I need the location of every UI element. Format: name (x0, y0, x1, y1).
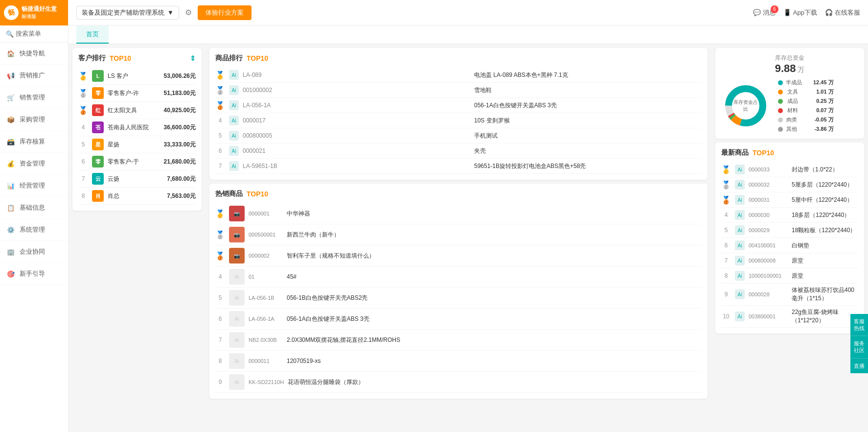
scroll-icon[interactable]: ⇕ (190, 54, 196, 62)
medal-icon: 🥇 (78, 72, 88, 81)
legend-value: 12.45 万 (813, 79, 834, 86)
sidebar-item-finance[interactable]: 💰 资金管理 (0, 153, 68, 175)
product-icon: Ai (229, 85, 239, 95)
customer-rank-row: 8 肖 肖总 7,563.00元 (78, 188, 196, 205)
customer-ranking-label: 客户排行 (78, 54, 106, 63)
latest-product-name: 18颗粒板（1220*2440） (792, 226, 858, 235)
rank-number: 5 (78, 141, 88, 148)
product-icon: Ai (735, 240, 745, 250)
rank-number: 7 (215, 163, 225, 169)
sidebar-item-enterprise[interactable]: 🏢 企业协同 (0, 241, 68, 263)
main-area: 装备及固定资产辅助管理系统 ▼ ⚙ 体验行业方案 💬 消息 6 📱 App下载 … (69, 0, 868, 432)
medal-icon: 🥇 (215, 71, 225, 80)
rank-number: 9 (215, 379, 225, 385)
customer-badge: 零 (92, 87, 104, 99)
product-icon: Ai (735, 289, 745, 299)
sidebar-item-sales[interactable]: 🛒 销售管理 (0, 87, 68, 109)
customer-rank-row: 4 苍 苍南县人民医院 36,600.00元 (78, 119, 196, 136)
product-icon: Ai (735, 256, 745, 265)
hot-product-name: 056-1B白色按键开关壳ABS2壳 (287, 294, 702, 302)
messages-badge: 6 (771, 5, 778, 13)
customer-value: 7,680.00元 (167, 175, 196, 183)
hot-product-row: 🥉 📷 0000002 智利车子里（规格不知道填什么） (215, 245, 702, 266)
sidebar-item-system[interactable]: ⚙️ 系统管理 (0, 219, 68, 241)
legend-item: 材料 0.07 万 (778, 107, 834, 114)
sidebar-item-guide[interactable]: 🎯 新手引导 (0, 263, 68, 285)
rank-number: 4 (721, 212, 731, 218)
product-image: 📷 (229, 206, 245, 221)
product-name: 056-1A白色按键开关盖ABS 3壳 (474, 101, 702, 110)
customer-rank-row: 🥉 红 红太阳文具 40,925.00元 (78, 102, 196, 119)
search-icon: 🔍 (6, 30, 14, 38)
latest-product-name: 原堂 (792, 272, 858, 280)
settings-icon[interactable]: ⚙ (185, 8, 192, 17)
page-tabs: 首页 (69, 25, 868, 44)
online-service-label: 在线客服 (835, 8, 860, 17)
sidebar-item-inventory[interactable]: 🗃️ 库存核算 (0, 131, 68, 153)
customer-name: LS 客户 (108, 72, 160, 80)
latest-product-name: 18多层（1220*2440） (792, 211, 858, 219)
customer-value: 21,680.00元 (164, 158, 196, 166)
rank-number: 6 (78, 158, 88, 165)
product-name: 10S 变刹罗猴 (474, 117, 702, 125)
product-icon: Ai (229, 131, 239, 141)
search-menu[interactable]: 🔍 搜索菜单 (0, 25, 68, 43)
latest-product-row: 🥈 Ai 0000032 5厘多层（1220*2440） (721, 177, 858, 192)
product-icon: Ai (735, 271, 745, 281)
product-icon: Ai (229, 116, 239, 125)
hot-product-code: 0000002 (249, 253, 283, 259)
legend-dot (778, 118, 783, 122)
latest-product-name: 5厘中纤（1220*2440） (792, 196, 858, 204)
product-rank-row: 4 Ai 0000017 10S 变刹罗猴 (215, 113, 702, 128)
megaphone-icon: 📢 (6, 71, 16, 80)
latest-product-code: 003800001 (749, 313, 788, 319)
customer-rank-row: 5 星 星扬 33,333.00元 (78, 136, 196, 153)
tab-home[interactable]: 首页 (76, 26, 109, 44)
customer-rank-row: 6 零 零售客户-于 21,680.00元 (78, 153, 196, 170)
sidebar-item-label: 企业协同 (20, 247, 45, 256)
rank-number: 4 (215, 273, 225, 280)
customer-ranking-title: 客户排行 TOP10 ⇕ (78, 54, 196, 63)
app-download-button[interactable]: 📱 App下载 (783, 8, 817, 17)
customer-badge: 星 (92, 139, 104, 150)
hot-product-name: 新西兰牛肉（新牛） (287, 231, 702, 239)
home-icon: 🏠 (6, 48, 16, 58)
sidebar-item-purchase[interactable]: 📦 采购管理 (0, 109, 68, 131)
sidebar-item-marketing[interactable]: 📢 营销推广 (0, 65, 68, 87)
gear-icon: ⚙️ (6, 225, 16, 235)
customer-value: 51,183.00元 (164, 89, 196, 97)
customer-ranking-list: 🥇 L LS 客户 53,006.26元 🥈 零 零售客户-许 51,183.0… (78, 68, 196, 205)
product-icon: Ai (735, 312, 745, 321)
rank-number: 7 (215, 336, 225, 343)
online-service-button[interactable]: 🎧 在线客服 (825, 8, 860, 17)
messages-button[interactable]: 💬 消息 6 (753, 8, 776, 17)
live-stream-button[interactable]: 直播 (850, 359, 868, 373)
product-code: LA-59651-1B (243, 163, 470, 169)
search-label: 搜索菜单 (16, 29, 41, 38)
legend-dot (778, 127, 783, 132)
system-select[interactable]: 装备及固定资产辅助管理系统 ▼ (76, 6, 179, 20)
sidebar-item-operation[interactable]: 📊 经营管理 (0, 175, 68, 197)
sidebar-item-quick-nav[interactable]: 🏠 快捷导航 (0, 43, 68, 65)
customer-service-button[interactable]: 客服热线 (850, 314, 868, 336)
hot-product-row: 🥈 📷 000500001 新西兰牛肉（新牛） (215, 224, 702, 245)
product-rank-row: 7 Ai LA-59651-1B 59651-1B旋转投影灯电池盒ABS黑色+5… (215, 159, 702, 174)
middle-panel: 商品排行 TOP10 🥇 Ai LA-089 电池盖 LA-089 ABS本色+… (206, 44, 711, 432)
hot-product-code: 0000011 (249, 358, 283, 364)
inventory-total: 库存总资金 9.88 万 (721, 54, 858, 75)
customer-name: 红太阳文具 (108, 106, 160, 115)
sidebar-item-label: 库存核算 (20, 137, 45, 146)
hot-product-code: 000500001 (249, 232, 283, 238)
hot-product-name: 12070519-xs (287, 358, 702, 364)
rank-number: 8 (78, 192, 88, 199)
experience-button[interactable]: 体验行业方案 (198, 5, 251, 20)
service-community-button[interactable]: 服务社区 (850, 336, 868, 359)
content-area: 客户排行 TOP10 ⇕ 🥇 L LS 客户 53,006.26元 🥈 零 零售… (69, 44, 868, 432)
sidebar-item-basic-info[interactable]: 📋 基础信息 (0, 197, 68, 219)
product-icon: Ai (229, 161, 239, 171)
product-icon: Ai (229, 146, 239, 156)
hot-product-code: KK-SD22110H (249, 379, 284, 385)
latest-products-title: 最新商品 TOP10 (721, 148, 858, 157)
customer-name: 云扬 (108, 175, 163, 183)
latest-product-name: 22g鱼豆腐-烧烤味（1*12*20） (792, 308, 858, 325)
